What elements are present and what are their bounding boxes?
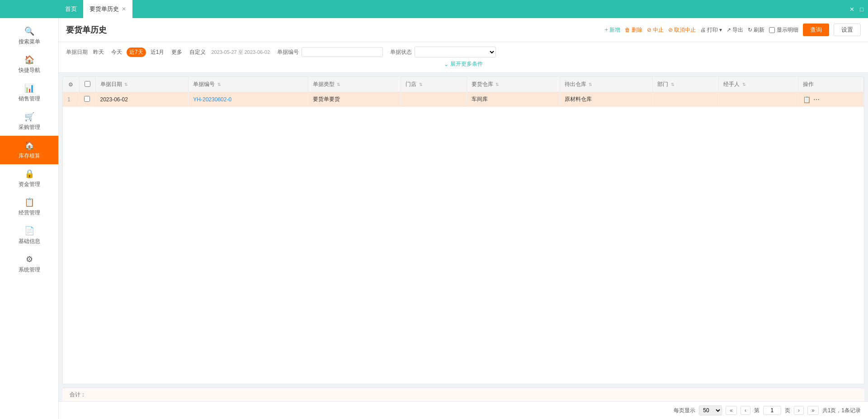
sidebar-item-finance-mgmt[interactable]: 🔒 资金管理 (0, 164, 58, 193)
print-dropdown-icon: ▾ (719, 27, 722, 33)
expand-more-btn[interactable]: ⌄ 展开更多条件 (66, 60, 861, 68)
date-btn-7days[interactable]: 近7天 (127, 48, 146, 57)
cell-num: 1 (63, 92, 79, 107)
stop-icon: ⊘ (647, 27, 651, 33)
col-pending-warehouse[interactable]: 待出仓库 ⇅ (560, 77, 653, 92)
select-all-checkbox[interactable] (85, 81, 90, 87)
cell-pending-warehouse: 原材料仓库 (560, 92, 653, 107)
cancel-stop-button[interactable]: ⊘ 取消中止 (668, 26, 696, 34)
date-filter: 单据日期 昨天 今天 近7天 近1月 更多 自定义 2023-05-27 至 2… (66, 48, 270, 57)
next-page-btn[interactable]: › (794, 406, 804, 415)
tab-home[interactable]: 首页 (59, 0, 83, 18)
sort-arrows-store: ⇅ (419, 82, 423, 87)
search-icon: 🔍 (24, 26, 34, 36)
per-page-select[interactable]: 50 10 20 100 (699, 405, 722, 415)
export-label: 导出 (732, 26, 743, 34)
delete-button[interactable]: 🗑 删除 (625, 26, 642, 34)
date-btn-1month[interactable]: 近1月 (148, 48, 167, 57)
expand-more-label: 展开更多条件 (450, 60, 483, 68)
query-button[interactable]: 查询 (803, 24, 829, 36)
status-label: 单据状态 (390, 48, 412, 56)
sidebar-label-purchase-mgmt: 采购管理 (19, 124, 40, 131)
lock-icon: 🔒 (24, 169, 34, 179)
tab-close-icon[interactable]: ✕ (122, 6, 126, 12)
col-action: 操作 (798, 77, 864, 92)
refresh-label: 刷新 (754, 26, 764, 34)
sidebar-label-finance-mgmt: 资金管理 (19, 181, 40, 188)
sort-arrows-reqwh: ⇅ (495, 82, 499, 87)
sidebar-item-sales-mgmt[interactable]: 📊 销售管理 (0, 79, 58, 107)
print-button[interactable]: 🖨 打印 ▾ (700, 26, 722, 34)
cell-doc-type: 要货单要货 (308, 92, 401, 107)
gear-icon: ⚙ (26, 254, 33, 264)
sidebar-label-operations-mgmt: 经营管理 (19, 209, 40, 217)
sidebar-item-system-mgmt[interactable]: ⚙ 系统管理 (0, 250, 58, 278)
page-title: 要货单历史 (66, 24, 107, 35)
col-doc-date[interactable]: 单据日期 ⇅ (95, 77, 189, 92)
tab-label: 要货单历史 (90, 5, 119, 13)
col-department[interactable]: 部门 ⇅ (653, 77, 719, 92)
sidebar-item-basic-info[interactable]: 📄 基础信息 (0, 221, 58, 250)
col-doc-type[interactable]: 单据类型 ⇅ (308, 77, 401, 92)
col-doc-no[interactable]: 单据编号 ⇅ (189, 77, 308, 92)
status-select[interactable] (415, 47, 496, 57)
sort-arrows-doctype: ⇅ (337, 82, 340, 87)
total-label: 共1页，1条记录 (822, 407, 861, 414)
main-layout: 🔍 搜索菜单 🏠 快捷导航 📊 销售管理 🛒 采购管理 🏠 库存核算 🔒 资金管… (0, 18, 868, 419)
sort-arrows-dept: ⇅ (671, 82, 675, 87)
window-maximize-icon[interactable]: □ (860, 6, 863, 13)
show-detail-checkbox[interactable]: 显示明细 (769, 26, 798, 34)
export-button[interactable]: ↗ 导出 (726, 26, 743, 34)
page-header: 要货单历史 + 新增 🗑 删除 ⊘ 中止 ⊘ 取消中止 🖨 打印 (59, 18, 868, 42)
date-filter-label: 单据日期 (66, 48, 88, 56)
col-store[interactable]: 门店 ⇅ (401, 77, 467, 92)
show-detail-input[interactable] (769, 27, 775, 33)
cell-handler (719, 92, 798, 107)
show-detail-label: 显示明细 (777, 26, 798, 34)
cell-doc-date: 2023-06-02 (95, 92, 189, 107)
prev-page-btn[interactable]: ‹ (741, 406, 750, 415)
col-req-warehouse[interactable]: 要货仓库 ⇅ (467, 77, 560, 92)
doc-no-input[interactable] (302, 47, 383, 57)
cell-checkbox[interactable] (79, 92, 95, 107)
sidebar-label-system-mgmt: 系统管理 (19, 266, 40, 274)
action-icons: 📋 ⋯ (803, 96, 859, 103)
page-input[interactable] (763, 406, 781, 415)
top-bar: 首页 要货单历史 ✕ ✕ □ (0, 0, 868, 18)
refresh-button[interactable]: ↻ 刷新 (748, 26, 764, 34)
sidebar-item-quick-nav[interactable]: 🏠 快捷导航 (0, 50, 58, 79)
last-page-btn[interactable]: » (807, 406, 819, 415)
stop-button[interactable]: ⊘ 中止 (647, 26, 664, 34)
doc-no-link[interactable]: YH-20230602-0 (193, 96, 231, 103)
sidebar-item-inventory[interactable]: 🏠 库存核算 (0, 136, 58, 164)
cell-store (401, 92, 467, 107)
date-btn-yesterday[interactable]: 昨天 (90, 48, 107, 57)
sidebar-item-purchase-mgmt[interactable]: 🛒 采购管理 (0, 107, 58, 136)
cell-req-warehouse: 车间库 (467, 92, 560, 107)
sort-arrows-date: ⇅ (124, 82, 128, 87)
checkbox-col-header[interactable] (79, 77, 95, 92)
sidebar-label-quick-nav: 快捷导航 (19, 67, 40, 74)
data-table: ⚙ 单据日期 ⇅ 单据编号 ⇅ 单据类型 ⇅ (63, 77, 864, 107)
page-suffix: 页 (785, 407, 790, 414)
summary-label: 合计： (70, 391, 86, 398)
row-edit-icon[interactable]: 📋 (803, 96, 811, 103)
cell-doc-no[interactable]: YH-20230602-0 (189, 92, 308, 107)
add-button[interactable]: + 新增 (605, 26, 620, 34)
table-wrapper: ⚙ 单据日期 ⇅ 单据编号 ⇅ 单据类型 ⇅ (62, 76, 864, 384)
date-btn-today[interactable]: 今天 (108, 48, 125, 57)
tab-requisition-history[interactable]: 要货单历史 ✕ (83, 0, 132, 18)
date-btn-more[interactable]: 更多 (169, 48, 185, 57)
col-handler[interactable]: 经手人 ⇅ (719, 77, 798, 92)
filter-row: 单据日期 昨天 今天 近7天 近1月 更多 自定义 2023-05-27 至 2… (66, 47, 861, 57)
sidebar-label-inventory: 库存核算 (19, 152, 40, 160)
settings-col-header[interactable]: ⚙ (63, 77, 79, 92)
sidebar-item-operations-mgmt[interactable]: 📋 经营管理 (0, 193, 58, 221)
row-checkbox[interactable] (84, 96, 90, 102)
first-page-btn[interactable]: « (726, 406, 737, 415)
sidebar-item-search-menu[interactable]: 🔍 搜索菜单 (0, 22, 58, 50)
window-close-icon[interactable]: ✕ (849, 6, 854, 13)
settings-button[interactable]: 设置 (834, 24, 861, 36)
row-delete-icon[interactable]: ⋯ (813, 96, 820, 103)
date-btn-custom[interactable]: 自定义 (187, 48, 208, 57)
